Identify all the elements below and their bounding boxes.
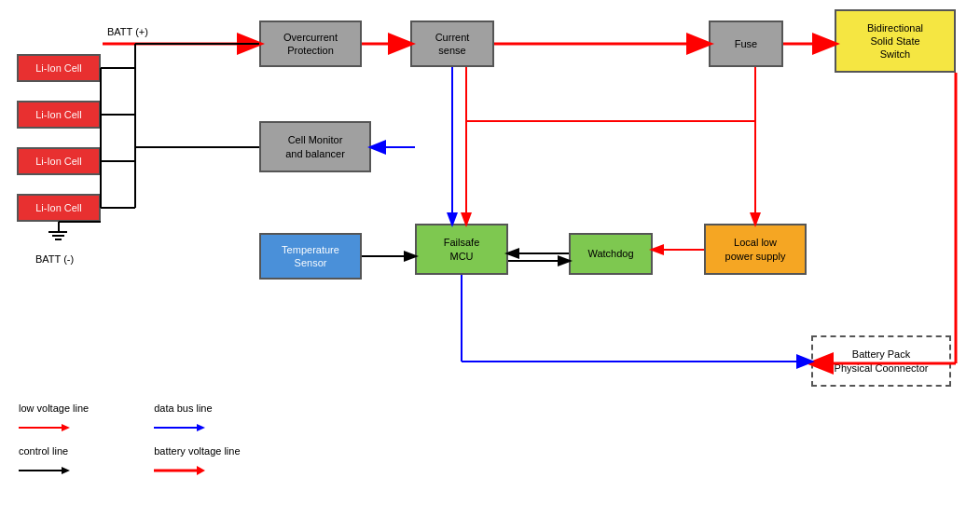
bidirectional-block: BidirectionalSolid StateSwitch xyxy=(835,9,956,73)
liion-cell-4: Li-Ion Cell xyxy=(17,194,101,222)
watchdog-block: Watchdog xyxy=(569,233,653,275)
batt-pos-label: BATT (+) xyxy=(107,26,148,37)
overcurrent-block: OvercurrentProtection xyxy=(259,20,362,67)
fuse-block: Fuse xyxy=(709,20,783,67)
local-power-block: Local lowpower supply xyxy=(704,224,807,275)
low-voltage-label: low voltage line xyxy=(19,403,89,414)
temperature-block: TemperatureSensor xyxy=(259,233,362,280)
diagram: BATT (+) Li-Ion Cell Li-Ion Cell Li-Ion … xyxy=(0,0,980,505)
data-bus-label: data bus line xyxy=(154,403,212,414)
liion-cell-2: Li-Ion Cell xyxy=(17,101,101,129)
control-label: control line xyxy=(19,445,68,457)
svg-marker-39 xyxy=(197,424,205,431)
cell-monitor-block: Cell Monitorand balancer xyxy=(259,121,371,172)
svg-marker-35 xyxy=(62,424,70,431)
batt-neg-label: BATT (-) xyxy=(35,253,74,265)
liion-cell-3: Li-Ion Cell xyxy=(17,147,101,175)
legend: low voltage line control line data bus l… xyxy=(19,403,250,477)
svg-marker-37 xyxy=(62,467,70,474)
failsafe-block: FailsafeMCU xyxy=(415,224,508,275)
svg-marker-41 xyxy=(197,466,205,475)
battery-voltage-label: battery voltage line xyxy=(154,445,240,457)
battery-pack-block: Battery PackPhysical Coonnector xyxy=(811,335,951,387)
liion-cell-1: Li-Ion Cell xyxy=(17,54,101,82)
ground-symbol xyxy=(48,231,67,242)
current-sense-block: Currentsense xyxy=(410,20,494,67)
